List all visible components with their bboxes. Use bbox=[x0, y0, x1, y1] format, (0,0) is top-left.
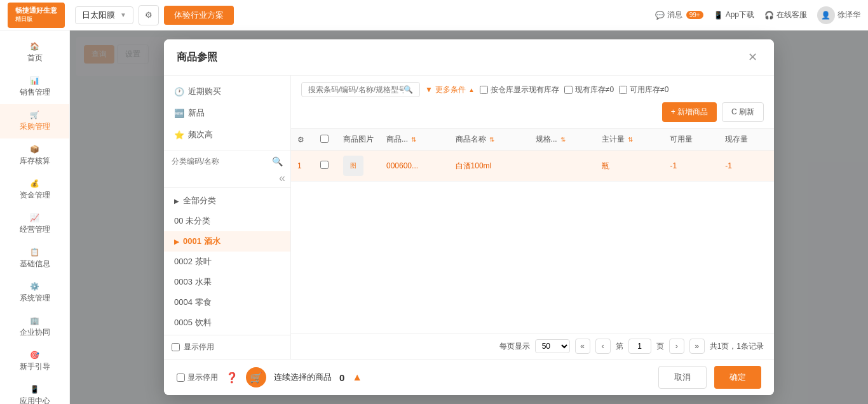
th-unit[interactable]: 主计量 ⇅ bbox=[595, 129, 663, 151]
row-select-checkbox[interactable] bbox=[320, 161, 329, 169]
category-search-icon[interactable]: 🔍 bbox=[272, 156, 283, 166]
th-code[interactable]: 商品... ⇅ bbox=[380, 129, 449, 151]
modal-left-footer: 显示停用 bbox=[164, 335, 290, 359]
product-search-input[interactable] bbox=[308, 85, 403, 94]
sidebar-label-home: 首页 bbox=[27, 53, 43, 64]
nav-user[interactable]: 👤 徐泽华 bbox=[817, 6, 860, 24]
nav-service[interactable]: 🎧 在线客服 bbox=[764, 10, 807, 20]
checkbox-available[interactable] bbox=[564, 86, 573, 94]
th-checkbox bbox=[314, 129, 337, 151]
refresh-button[interactable]: C 刷新 bbox=[722, 102, 764, 122]
category-tea[interactable]: 0002 茶叶 bbox=[164, 252, 290, 272]
first-page-button[interactable]: « bbox=[575, 339, 590, 354]
tab-recent-label: 近期购买 bbox=[188, 86, 221, 97]
system-icon: ⚙️ bbox=[30, 282, 39, 291]
show-disabled-label: 显示停用 bbox=[184, 342, 214, 353]
sidebar-item-inventory[interactable]: 📦 库存核算 bbox=[0, 138, 69, 173]
sidebar-label-operations: 经营管理 bbox=[20, 224, 50, 235]
sort-icon-spec: ⇅ bbox=[560, 136, 566, 143]
checkbox-warehouse[interactable] bbox=[480, 86, 488, 94]
product-reference-modal: 商品参照 ✕ 🕐 近期购买 🆕 bbox=[164, 39, 774, 395]
chevron-down-icon: ▼ bbox=[120, 11, 126, 18]
tab-new-products[interactable]: 🆕 新品 bbox=[164, 102, 290, 124]
row-name: 白酒100ml bbox=[449, 151, 529, 182]
category-fruit[interactable]: 0003 水果 bbox=[164, 272, 290, 292]
page-size-select[interactable]: 50 10 20 100 bbox=[535, 339, 570, 353]
select-all-checkbox[interactable] bbox=[320, 135, 329, 143]
sidebar-item-system[interactable]: ⚙️ 系统管理 bbox=[0, 276, 69, 310]
sidebar-item-basic-info[interactable]: 📋 基础信息 bbox=[0, 241, 69, 276]
help-icon[interactable]: ❓ bbox=[226, 372, 238, 384]
company-selector[interactable]: 日太阳膜 ▼ bbox=[75, 6, 133, 24]
show-disabled-checkbox[interactable] bbox=[172, 343, 180, 351]
confirm-button[interactable]: 确定 bbox=[714, 366, 761, 389]
table-header-row: ⚙ 商品图片 商品... ⇅ 商品名称 bbox=[291, 129, 774, 151]
footer-disabled-checkbox[interactable] bbox=[177, 374, 185, 382]
category-liquor[interactable]: ▶ 0001 酒水 bbox=[164, 231, 290, 252]
selector-text: 日太阳膜 bbox=[82, 10, 115, 21]
continuous-select-label: 连续选择的商品 bbox=[274, 372, 332, 383]
footer-collapse-icon[interactable]: ▲ bbox=[352, 372, 362, 383]
sidebar-item-sales[interactable]: 📊 销售管理 bbox=[0, 70, 69, 104]
page-content: 查询 设置 商品参照 ✕ bbox=[70, 30, 868, 404]
sidebar-item-operations[interactable]: 📈 经营管理 bbox=[0, 207, 69, 241]
category-uncategorized[interactable]: 00 未分类 bbox=[164, 211, 290, 231]
modal-close-button[interactable]: ✕ bbox=[743, 48, 761, 66]
product-search-box: 🔍 bbox=[301, 82, 420, 97]
th-settings: ⚙ bbox=[291, 129, 314, 151]
sidebar-item-purchase[interactable]: 🛒 采购管理 bbox=[0, 104, 69, 138]
thumb-label: 图 bbox=[350, 161, 356, 170]
category-label-all: 全部分类 bbox=[183, 195, 216, 206]
purchase-icon: 🛒 bbox=[30, 111, 39, 119]
product-thumbnail: 图 bbox=[343, 156, 363, 176]
nav-app-download[interactable]: 📱 App下载 bbox=[714, 10, 754, 20]
collapse-panel-icon[interactable]: « bbox=[279, 172, 285, 185]
tab-frequent[interactable]: ⭐ 频次高 bbox=[164, 124, 290, 145]
sidebar-item-app-center[interactable]: 📱 应用中心 bbox=[0, 379, 69, 404]
th-name[interactable]: 商品名称 ⇅ bbox=[449, 129, 529, 151]
category-search: 🔍 bbox=[164, 151, 290, 172]
cancel-button[interactable]: 取消 bbox=[658, 366, 707, 389]
row-available: -1 bbox=[663, 151, 719, 182]
cart-icon[interactable]: 🛒 bbox=[246, 367, 266, 387]
page-label2: 页 bbox=[656, 341, 664, 352]
trial-button[interactable]: 体验行业方案 bbox=[164, 6, 234, 25]
settings-icon[interactable]: ⚙ bbox=[139, 5, 159, 25]
category-snacks[interactable]: 0004 零食 bbox=[164, 292, 290, 313]
modal-toolbar: 🔍 ▼ 更多条件 ▲ 按仓库显示现有库存 bbox=[291, 76, 774, 129]
footer-show-disabled[interactable]: 显示停用 bbox=[177, 372, 218, 383]
nav-message[interactable]: 💬 消息 99+ bbox=[655, 10, 703, 20]
sidebar-item-guide[interactable]: 🎯 新手引导 bbox=[0, 344, 69, 379]
prev-page-button[interactable]: ‹ bbox=[595, 339, 611, 354]
checkbox-warehouse-group[interactable]: 按仓库显示现有库存 bbox=[480, 84, 559, 95]
tab-new-label: 新品 bbox=[188, 107, 205, 119]
page-label: 第 bbox=[616, 341, 623, 352]
logo-line1: 畅捷通好生意 bbox=[15, 6, 57, 15]
checkbox-usable[interactable] bbox=[619, 86, 627, 94]
last-page-button[interactable]: » bbox=[689, 339, 705, 354]
product-table-container: ⚙ 商品图片 商品... ⇅ 商品名称 bbox=[291, 129, 774, 333]
add-product-button[interactable]: + 新增商品 bbox=[662, 102, 717, 122]
sidebar-label-sales: 销售管理 bbox=[20, 87, 50, 98]
next-page-button[interactable]: › bbox=[669, 339, 684, 354]
category-search-input[interactable] bbox=[172, 157, 269, 166]
category-drinks[interactable]: 0005 饮料 bbox=[164, 313, 290, 333]
sidebar-item-finance[interactable]: 💰 资金管理 bbox=[0, 173, 69, 207]
sidebar-item-home[interactable]: 🏠 首页 bbox=[0, 36, 69, 70]
th-spec-label: 规格... bbox=[536, 135, 557, 144]
sidebar-item-enterprise[interactable]: 🏢 企业协同 bbox=[0, 310, 69, 344]
filter-button[interactable]: ▼ 更多条件 ▲ bbox=[425, 84, 475, 95]
checkbox-available-group[interactable]: 现有库存≠0 bbox=[564, 84, 614, 95]
page-number-input[interactable] bbox=[628, 339, 651, 354]
category-all[interactable]: ▶ 全部分类 bbox=[164, 191, 290, 211]
modal-overlay: 商品参照 ✕ 🕐 近期购买 🆕 bbox=[70, 30, 868, 404]
search-icon[interactable]: 🔍 bbox=[403, 85, 413, 94]
checkbox-usable-label: 可用库存≠0 bbox=[630, 84, 668, 95]
table-row[interactable]: 1 图 000600... 白酒100ml bbox=[291, 151, 774, 182]
checkbox-usable-group[interactable]: 可用库存≠0 bbox=[619, 84, 668, 95]
row-checkbox[interactable] bbox=[314, 151, 337, 182]
tab-recent-purchase[interactable]: 🕐 近期购买 bbox=[164, 81, 290, 102]
th-spec[interactable]: 规格... ⇅ bbox=[529, 129, 595, 151]
product-table: ⚙ 商品图片 商品... ⇅ 商品名称 bbox=[291, 129, 774, 182]
sort-icon-code: ⇅ bbox=[411, 136, 416, 143]
